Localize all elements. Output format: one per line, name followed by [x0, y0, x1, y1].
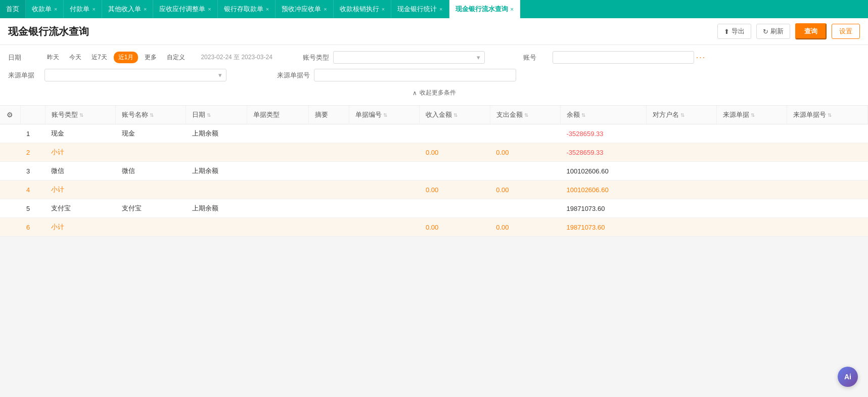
sort-icon-income: ⇅: [453, 112, 458, 118]
cell-doc-type: [247, 181, 308, 199]
nav-item-payment[interactable]: 付款单×: [64, 0, 102, 18]
nav-close-receipt[interactable]: ×: [54, 6, 57, 12]
col-settings[interactable]: ⚙: [0, 106, 20, 124]
source-doc-no-input[interactable]: [314, 69, 516, 81]
cell-empty: [0, 199, 20, 218]
cell-counterpart: [646, 143, 716, 162]
nav-close-bank-deposit[interactable]: ×: [266, 6, 269, 12]
nav-item-advance-offset[interactable]: 预收冲应收单×: [276, 0, 333, 18]
cell-account-name: 支付宝: [116, 199, 186, 218]
sort-icon-source-doc-no: ⇅: [828, 112, 832, 118]
cell-doc-type: [247, 199, 308, 218]
table-row[interactable]: 6小计0.000.0019871073.60: [0, 218, 868, 237]
nav-item-bank-deposit[interactable]: 银行存取款单×: [218, 0, 276, 18]
export-button[interactable]: ⬆ 导出: [717, 24, 751, 39]
cell-balance: 100102606.60: [560, 181, 646, 199]
refresh-button[interactable]: ↻ 刷新: [756, 24, 790, 39]
cell-account-type: 微信: [45, 162, 115, 181]
cell-num: 6: [20, 218, 45, 237]
date-shortcut-yesterday[interactable]: 昨天: [43, 52, 63, 63]
chevron-down-icon-2: ▾: [218, 71, 222, 79]
cell-account-name: [116, 143, 186, 162]
col-expense[interactable]: 支出金额⇅: [490, 106, 560, 124]
cell-doc-no: [349, 143, 420, 162]
cell-source-doc-no: [787, 181, 868, 199]
col-source-doc[interactable]: 来源单据⇅: [716, 106, 787, 124]
date-shortcut-today[interactable]: 今天: [66, 52, 85, 63]
cell-summary: [308, 162, 349, 181]
page-title: 现金银行流水查询: [8, 25, 89, 38]
cell-account-name: 现金: [116, 124, 186, 143]
settings-button[interactable]: 设置: [832, 24, 860, 39]
date-shortcut-near7[interactable]: 近7天: [88, 52, 111, 63]
filter-row-source: 来源单据 ▾ 来源单据号: [8, 69, 860, 81]
collapse-bar[interactable]: ∧ 收起更多条件: [8, 86, 860, 101]
date-shortcuts: 昨天今天近7天近1月更多自定义: [43, 52, 189, 63]
cell-num: 2: [20, 143, 45, 162]
table-row[interactable]: 5支付宝支付宝上期余额19871073.60: [0, 199, 868, 218]
cell-doc-type: [247, 143, 308, 162]
sort-icon-account-type: ⇅: [79, 112, 83, 118]
chevron-down-icon: ▾: [477, 54, 480, 61]
nav-close-other-income[interactable]: ×: [144, 6, 147, 12]
header-row: ⚙ 账号类型⇅ 账号名称⇅ 日期⇅ 单据类型 摘要 单据编号⇅ 收入金额⇅ 支出…: [0, 106, 868, 124]
top-nav: 首页收款单×付款单×其他收入单×应收应付调整单×银行存取款单×预收冲应收单×收款…: [0, 0, 868, 18]
source-doc-no-label: 来源单据号: [277, 71, 310, 80]
cell-date: 上期余额: [186, 124, 247, 143]
col-counterpart[interactable]: 对方户名⇅: [646, 106, 716, 124]
nav-close-receivable-adjust[interactable]: ×: [208, 6, 211, 12]
query-button[interactable]: 查询: [795, 23, 827, 39]
cell-doc-no: [349, 218, 420, 237]
nav-close-cash-bank-stats[interactable]: ×: [439, 6, 442, 12]
export-icon: ⬆: [724, 28, 729, 35]
col-doc-no[interactable]: 单据编号⇅: [349, 106, 420, 124]
cell-date: [186, 218, 247, 237]
table-row[interactable]: 2小计0.000.00-3528659.33: [0, 143, 868, 162]
source-doc-select[interactable]: ▾: [44, 69, 226, 81]
col-source-doc-no[interactable]: 来源单据号⇅: [787, 106, 868, 124]
cell-balance: -3528659.33: [560, 143, 646, 162]
nav-item-cash-bank-flow[interactable]: 现金银行流水查询×: [449, 0, 520, 18]
account-input[interactable]: [553, 51, 694, 64]
cell-summary: [308, 199, 349, 218]
table-header: ⚙ 账号类型⇅ 账号名称⇅ 日期⇅ 单据类型 摘要 单据编号⇅ 收入金额⇅ 支出…: [0, 106, 868, 124]
sort-icon-date: ⇅: [207, 112, 211, 118]
cell-account-type: 小计: [45, 143, 115, 162]
date-shortcut-more[interactable]: 更多: [141, 52, 160, 63]
refresh-icon: ↻: [763, 28, 768, 35]
date-shortcut-near1m[interactable]: 近1月: [114, 52, 139, 63]
cell-source-doc-no: [787, 124, 868, 143]
nav-item-receipt[interactable]: 收款单×: [26, 0, 64, 18]
col-income[interactable]: 收入金额⇅: [420, 106, 490, 124]
cell-source-doc: [716, 143, 787, 162]
data-table: ⚙ 账号类型⇅ 账号名称⇅ 日期⇅ 单据类型 摘要 单据编号⇅ 收入金额⇅ 支出…: [0, 106, 868, 237]
nav-close-advance-offset[interactable]: ×: [324, 6, 327, 12]
col-balance[interactable]: 余额⇅: [560, 106, 646, 124]
nav-item-collection-exec[interactable]: 收款核销执行×: [334, 0, 391, 18]
col-account-name[interactable]: 账号名称⇅: [116, 106, 186, 124]
nav-item-home[interactable]: 首页: [0, 0, 26, 18]
col-num: [20, 106, 45, 124]
gear-icon[interactable]: ⚙: [7, 111, 13, 119]
nav-item-receivable-adjust[interactable]: 应收应付调整单×: [153, 0, 217, 18]
nav-item-other-income[interactable]: 其他收入单×: [102, 0, 153, 18]
date-shortcut-custom[interactable]: 自定义: [163, 52, 189, 63]
account-more-button[interactable]: ···: [696, 53, 706, 62]
account-type-select[interactable]: ▾: [333, 51, 485, 64]
cell-balance: 100102606.60: [560, 162, 646, 181]
nav-close-collection-exec[interactable]: ×: [382, 6, 385, 12]
col-account-type[interactable]: 账号类型⇅: [45, 106, 115, 124]
nav-close-cash-bank-flow[interactable]: ×: [511, 6, 514, 12]
nav-close-payment[interactable]: ×: [92, 6, 95, 12]
cell-account-type: 小计: [45, 181, 115, 199]
table-row[interactable]: 4小计0.000.00100102606.60: [0, 181, 868, 199]
table-row[interactable]: 1现金现金上期余额-3528659.33: [0, 124, 868, 143]
table-row[interactable]: 3微信微信上期余额100102606.60: [0, 162, 868, 181]
cell-date: [186, 181, 247, 199]
cell-account-name: [116, 218, 186, 237]
col-date[interactable]: 日期⇅: [186, 106, 247, 124]
cell-doc-no: [349, 199, 420, 218]
nav-item-cash-bank-stats[interactable]: 现金银行统计×: [391, 0, 449, 18]
cell-num: 1: [20, 124, 45, 143]
sort-icon-expense: ⇅: [524, 112, 528, 118]
